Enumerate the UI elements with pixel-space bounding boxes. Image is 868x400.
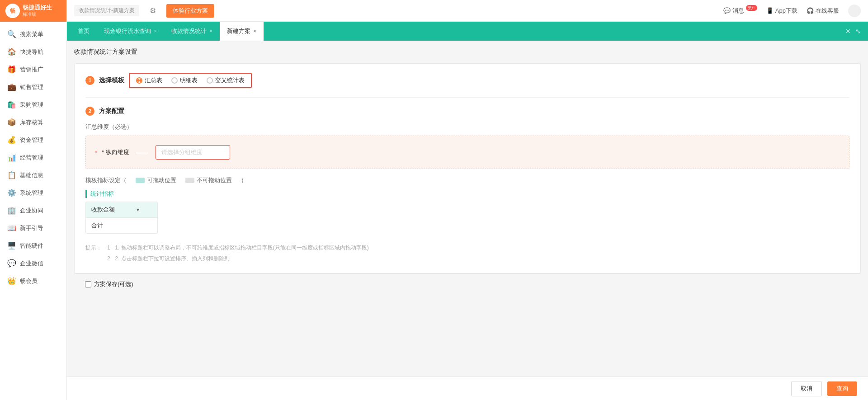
sidebar-item-enterprise-wechat[interactable]: 💬 企业微信 bbox=[0, 254, 66, 272]
building-icon: 🏢 bbox=[7, 206, 16, 215]
money-icon: 💰 bbox=[7, 136, 16, 144]
tip-1: 提示： 1. 1. 拖动标题栏可以调整布局，不可跨维度或指标区域拖动栏目字段(只… bbox=[85, 242, 849, 253]
user-avatar[interactable] bbox=[848, 5, 861, 17]
tab-cash-bank-close[interactable]: × bbox=[154, 28, 157, 34]
tab-home[interactable]: 首页 bbox=[71, 22, 97, 41]
sidebar-item-base-info[interactable]: 📋 基础信息 bbox=[0, 166, 66, 184]
sidebar-item-member[interactable]: 👑 畅会员 bbox=[0, 272, 66, 290]
gift-icon: 🎁 bbox=[7, 65, 16, 74]
chat-icon: 💬 bbox=[7, 259, 16, 268]
metrics-label-row: 模板指标设定（ 可拖动位置 不可拖动位置 ） bbox=[85, 176, 849, 184]
radio-summary-dot bbox=[136, 77, 142, 84]
step2-label: 方案配置 bbox=[99, 107, 124, 115]
tip-2: 2. 2. 点击标题栏下拉可设置排序、插入列和删除列 bbox=[85, 253, 849, 264]
step1-header: 1 选择模板 汇总表 明细表 交叉统计表 bbox=[85, 73, 849, 88]
bag-icon: 🛍️ bbox=[7, 100, 16, 109]
sidebar-item-purchase[interactable]: 🛍️ 采购管理 bbox=[0, 96, 66, 113]
step1-label: 选择模板 bbox=[99, 76, 124, 85]
legend-draggable: 可拖动位置 bbox=[136, 176, 176, 184]
metrics-table: 收款金额 ▾ 合计 bbox=[85, 202, 158, 234]
industry-btn[interactable]: 体验行业方案 bbox=[166, 4, 214, 18]
sidebar-item-smart-hw[interactable]: 🖥️ 智能硬件 bbox=[0, 237, 66, 254]
draggable-indicator bbox=[136, 178, 145, 183]
online-service-item[interactable]: 🎧 在线客服 bbox=[807, 7, 839, 15]
main-area: 收款情况统计-新建方案 ⚙ 体验行业方案 💬 消息 99+ 📱 App下载 🎧 … bbox=[67, 0, 868, 400]
sidebar-item-search-menu[interactable]: 🔍 搜索菜单 bbox=[0, 25, 66, 43]
home-icon: 🏠 bbox=[7, 47, 16, 56]
radio-cross[interactable]: 交叉统计表 bbox=[207, 76, 245, 85]
step-divider bbox=[85, 97, 849, 98]
box-icon: 📦 bbox=[7, 118, 16, 127]
tab-new-plan[interactable]: 新建方案 × bbox=[220, 22, 264, 41]
radio-cross-dot bbox=[207, 77, 213, 84]
app-download-item[interactable]: 📱 App下载 bbox=[766, 7, 797, 15]
save-label: 方案保存(可选) bbox=[94, 280, 133, 288]
message-item[interactable]: 💬 消息 99+ bbox=[723, 7, 757, 15]
radio-summary[interactable]: 汇总表 bbox=[136, 76, 162, 85]
tab-collection-stats-close[interactable]: × bbox=[209, 28, 212, 34]
tab-close-window-btn[interactable]: ✕ bbox=[845, 28, 851, 35]
sidebar: 畅 畅捷通好生 标准版 🔍 搜索菜单 🏠 快捷导航 🎁 营销推广 💼 销售管理 … bbox=[0, 0, 67, 400]
dim-arrow-icon: —— bbox=[137, 149, 148, 156]
step1-badge: 1 bbox=[85, 76, 94, 85]
briefcase-icon: 💼 bbox=[7, 83, 16, 91]
settings-card: 1 选择模板 汇总表 明细表 交叉统计表 bbox=[74, 63, 861, 273]
dimension-area: * * 纵向维度 —— 请选择分组维度 bbox=[85, 136, 849, 169]
metrics-table-header[interactable]: 收款金额 ▾ bbox=[86, 202, 157, 218]
page-title: 收款情况统计方案设置 bbox=[74, 48, 861, 56]
top-header: 收款情况统计-新建方案 ⚙ 体验行业方案 💬 消息 99+ 📱 App下载 🎧 … bbox=[67, 0, 868, 22]
sidebar-logo: 畅 畅捷通好生 标准版 bbox=[0, 0, 66, 22]
service-icon: 🎧 bbox=[807, 7, 814, 14]
sidebar-item-marketing[interactable]: 🎁 营销推广 bbox=[0, 61, 66, 78]
logo-text: 畅捷通好生 标准版 bbox=[23, 4, 52, 18]
radio-detail-dot bbox=[171, 77, 178, 84]
stat-section-label: 统计指标 bbox=[85, 190, 849, 198]
chevron-down-icon: ▾ bbox=[137, 207, 139, 213]
legend-fixed: 不可拖动位置 bbox=[185, 176, 232, 184]
metrics-label-text: 模板指标设定（ bbox=[85, 176, 127, 184]
search-menu-icon: 🔍 bbox=[7, 30, 16, 38]
book-icon: 📖 bbox=[7, 224, 16, 232]
tips-section: 提示： 1. 1. 拖动标题栏可以调整布局，不可跨维度或指标区域拖动栏目字段(只… bbox=[85, 242, 849, 264]
logo-icon: 畅 bbox=[5, 4, 20, 18]
cancel-button[interactable]: 取消 bbox=[791, 381, 822, 396]
tab-collection-stats[interactable]: 收款情况统计 × bbox=[164, 22, 220, 41]
content-area: 收款情况统计方案设置 1 选择模板 汇总表 明细表 bbox=[67, 41, 868, 376]
sidebar-item-quick-nav[interactable]: 🏠 快捷导航 bbox=[0, 43, 66, 61]
crown-icon: 👑 bbox=[7, 277, 16, 285]
app-icon: 📱 bbox=[766, 7, 774, 14]
header-right: 💬 消息 99+ 📱 App下载 🎧 在线客服 bbox=[723, 5, 861, 17]
step2-header: 2 方案配置 bbox=[85, 107, 849, 116]
dimension-section-label: 汇总维度（必选） bbox=[85, 123, 849, 131]
sidebar-item-enterprise-coop[interactable]: 🏢 企业协同 bbox=[0, 202, 66, 219]
metrics-legend-end: ） bbox=[241, 176, 247, 184]
sidebar-item-finance[interactable]: 💰 资金管理 bbox=[0, 131, 66, 149]
sidebar-item-inventory[interactable]: 📦 库存核算 bbox=[0, 113, 66, 131]
template-options: 汇总表 明细表 交叉统计表 bbox=[129, 73, 252, 88]
vertical-dim-selector[interactable]: 请选择分组维度 bbox=[156, 145, 230, 160]
sidebar-nav: 🔍 搜索菜单 🏠 快捷导航 🎁 营销推广 💼 销售管理 🛍️ 采购管理 📦 库存… bbox=[0, 22, 66, 400]
tab-bar: 首页 现金银行流水查询 × 收款情况统计 × 新建方案 × ✕ ⤡ bbox=[67, 22, 868, 41]
sidebar-item-new-guide[interactable]: 📖 新手引导 bbox=[0, 219, 66, 237]
sidebar-item-sales[interactable]: 💼 销售管理 bbox=[0, 78, 66, 96]
settings-button[interactable]: ⚙ bbox=[146, 5, 159, 17]
tab-maximize-btn[interactable]: ⤡ bbox=[855, 28, 861, 35]
dimension-row: * * 纵向维度 —— 请选择分组维度 bbox=[95, 145, 840, 160]
fixed-indicator bbox=[185, 178, 194, 183]
sidebar-item-operations[interactable]: 📊 经营管理 bbox=[0, 149, 66, 166]
gear-icon: ⚙️ bbox=[7, 188, 16, 197]
step2-badge: 2 bbox=[85, 107, 94, 116]
tab-new-plan-close[interactable]: × bbox=[253, 28, 256, 34]
tab-bar-right: ✕ ⤡ bbox=[845, 28, 864, 35]
radio-detail[interactable]: 明细表 bbox=[171, 76, 198, 85]
query-button[interactable]: 查询 bbox=[827, 381, 857, 396]
footer-bar: 取消 查询 bbox=[67, 376, 868, 400]
save-checkbox[interactable] bbox=[85, 281, 91, 287]
tab-cash-bank[interactable]: 现金银行流水查询 × bbox=[97, 22, 164, 41]
vertical-dim-label: * 纵向维度 bbox=[102, 148, 129, 156]
metrics-table-row: 合计 bbox=[86, 218, 157, 233]
message-badge: 99+ bbox=[746, 5, 757, 11]
breadcrumb: 收款情况统计-新建方案 bbox=[74, 5, 139, 16]
monitor-icon: 🖥️ bbox=[7, 241, 16, 250]
sidebar-item-system[interactable]: ⚙️ 系统管理 bbox=[0, 184, 66, 202]
